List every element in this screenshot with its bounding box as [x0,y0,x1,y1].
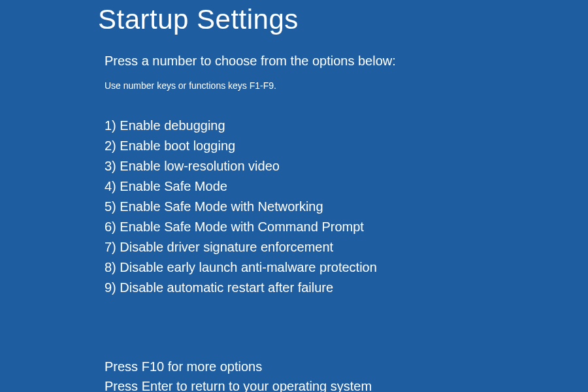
option-item[interactable]: 1) Enable debugging [105,116,588,136]
option-item[interactable]: 6) Enable Safe Mode with Command Prompt [105,217,588,237]
startup-settings-screen: Startup Settings Press a number to choos… [0,4,588,392]
option-item[interactable]: 3) Enable low-resolution video [105,156,588,176]
option-item[interactable]: 8) Disable early launch anti-malware pro… [105,257,588,278]
hint-text: Use number keys or functions keys F1-F9. [105,80,588,91]
option-item[interactable]: 5) Enable Safe Mode with Networking [105,197,588,217]
options-list: 1) Enable debugging 2) Enable boot loggi… [105,116,588,298]
option-item[interactable]: 2) Enable boot logging [105,136,588,156]
page-title: Startup Settings [98,4,588,35]
return-text: Press Enter to return to your operating … [105,376,588,392]
option-item[interactable]: 4) Enable Safe Mode [105,176,588,197]
more-options-text: Press F10 for more options [105,357,588,376]
content-area: Press a number to choose from the option… [105,54,588,392]
option-item[interactable]: 9) Disable automatic restart after failu… [105,278,588,298]
instruction-text: Press a number to choose from the option… [105,54,588,69]
option-item[interactable]: 7) Disable driver signature enforcement [105,237,588,257]
